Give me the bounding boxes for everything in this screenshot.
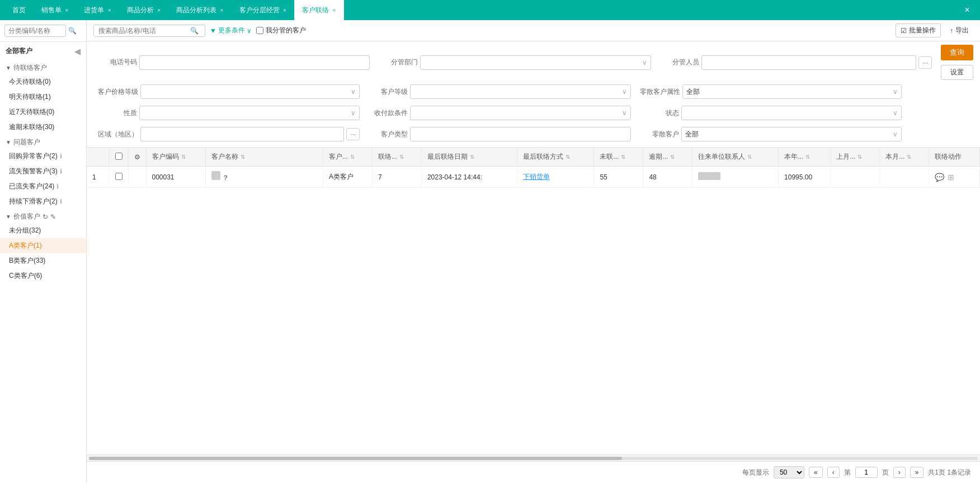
- customer-level-select[interactable]: ∨: [410, 84, 630, 99]
- more-filters-button[interactable]: ▼ 更多条件 ∨: [210, 26, 252, 35]
- export-button[interactable]: ↑ 导出: [945, 24, 973, 37]
- sidebar-item-repurchase-anomaly[interactable]: 回购异常客户(2) ℹ: [0, 149, 86, 164]
- main-search-input[interactable]: [98, 27, 188, 35]
- barcode-action-icon[interactable]: ⊞: [948, 173, 954, 182]
- payment-select[interactable]: ∨: [410, 106, 630, 120]
- total-info-label: 共1页 1条记录: [928, 468, 971, 477]
- nav-product-analysis-close[interactable]: ×: [157, 7, 161, 13]
- close-all-button[interactable]: ×: [959, 2, 976, 18]
- chat-action-icon[interactable]: 💬: [935, 173, 944, 182]
- sidebar-search-input[interactable]: [4, 25, 66, 37]
- info-icon-4: ℹ: [60, 198, 62, 205]
- sidebar-all-customers[interactable]: 全部客户 ◀: [0, 42, 86, 60]
- nav-sales[interactable]: 销售单 ×: [34, 0, 76, 20]
- nav-customer-contact[interactable]: 客户联络 ×: [294, 0, 343, 20]
- first-page-button[interactable]: «: [809, 467, 823, 478]
- sort-icon-unit[interactable]: ⇅: [747, 154, 752, 160]
- cell-actions: 💬 ⊞: [929, 167, 980, 188]
- sidebar-item-today[interactable]: 今天待联络(0): [0, 74, 86, 89]
- section-problem-customers[interactable]: ▼ 问题客户: [0, 135, 86, 149]
- page-number-input[interactable]: [855, 467, 878, 478]
- arrow-pending: ▼: [6, 65, 11, 71]
- manager-dots-button[interactable]: ···: [918, 56, 932, 69]
- nav-product-list[interactable]: 商品分析列表 ×: [168, 0, 231, 20]
- section-value-customers[interactable]: ▼ 价值客户 ↻ ✎: [0, 209, 86, 223]
- info-icon-1: ℹ: [60, 153, 62, 160]
- nav-product-analysis[interactable]: 商品分析 ×: [119, 0, 168, 20]
- sort-icon-method[interactable]: ⇅: [566, 154, 570, 160]
- data-table-container: ⚙ 客户编码⇅ 客户名称⇅ 客户...⇅ 联络...⇅: [87, 148, 980, 454]
- sort-icon-type[interactable]: ⇅: [350, 154, 355, 160]
- select-all-checkbox[interactable]: [115, 153, 123, 160]
- table-settings-icon[interactable]: ⚙: [134, 153, 140, 161]
- sort-icon-contact[interactable]: ⇅: [399, 154, 404, 160]
- sidebar-item-7days[interactable]: 近7天待联络(0): [0, 105, 86, 120]
- manager-input[interactable]: [701, 55, 916, 70]
- nav-product-list-close[interactable]: ×: [220, 7, 223, 13]
- table-row: 1 000031 ？ A类客户 7 2023-04-12 14:44:: [87, 167, 980, 188]
- sort-icon-name[interactable]: ⇅: [241, 154, 245, 160]
- phone-label: 电话号码: [98, 58, 137, 67]
- sidebar-item-declining[interactable]: 持续下滑客户(2) ℹ: [0, 194, 86, 209]
- nav-home[interactable]: 首页: [4, 0, 34, 20]
- dept-select[interactable]: ∨: [420, 55, 651, 70]
- next-page-button[interactable]: ›: [893, 467, 906, 478]
- nav-customer-segment-close[interactable]: ×: [283, 7, 286, 13]
- filter-cell-phone: 电话号码: [93, 53, 374, 72]
- scatter-attr-select[interactable]: 全部 ∨: [682, 84, 902, 99]
- batch-op-button[interactable]: ☑ 批量操作: [896, 23, 941, 37]
- sidebar-collapse-icon[interactable]: ◀: [74, 47, 81, 56]
- nav-customer-segment[interactable]: 客户分层经营 ×: [232, 0, 294, 20]
- nature-select[interactable]: ∨: [139, 106, 360, 120]
- nav-sales-close[interactable]: ×: [65, 7, 68, 13]
- settings-button[interactable]: 设置: [941, 65, 973, 80]
- nav-purchase-close[interactable]: ×: [107, 7, 111, 13]
- prev-page-button[interactable]: ‹: [827, 467, 840, 478]
- sidebar-item-class-b[interactable]: B类客户(33): [0, 253, 86, 268]
- customer-type-input[interactable]: [410, 127, 630, 141]
- my-customers-checkbox-label[interactable]: 我分管的客户: [256, 26, 306, 35]
- region-dots-button[interactable]: ···: [346, 128, 360, 140]
- my-customers-checkbox[interactable]: [256, 27, 263, 34]
- main-search-icon[interactable]: 🔍: [190, 27, 199, 35]
- sidebar-item-ungrouped[interactable]: 未分组(32): [0, 223, 86, 238]
- sort-icon-no-contact[interactable]: ⇅: [621, 154, 625, 160]
- scroll-thumb[interactable]: [89, 457, 622, 460]
- edit-icon[interactable]: ✎: [50, 213, 56, 221]
- sort-icon-year[interactable]: ⇅: [805, 154, 810, 160]
- sidebar-item-churned[interactable]: 已流失客户(24) ℹ: [0, 179, 86, 194]
- sidebar-item-class-a[interactable]: A类客户(1): [0, 238, 86, 253]
- filter-cell-dept: 分管部门 ∨: [374, 53, 655, 72]
- section-pending-contact[interactable]: ▼ 待联络客户: [0, 60, 86, 74]
- last-page-button[interactable]: »: [910, 467, 924, 478]
- region-input[interactable]: [140, 127, 344, 141]
- sort-icon-date[interactable]: ⇅: [470, 154, 474, 160]
- contact-method-link[interactable]: 下销货单: [523, 173, 550, 181]
- phone-input[interactable]: [139, 55, 370, 70]
- sidebar-item-class-c[interactable]: C类客户(6): [0, 268, 86, 283]
- nature-label: 性质: [98, 108, 137, 118]
- refresh-icon[interactable]: ↻: [43, 213, 48, 221]
- sort-icon-code[interactable]: ⇅: [181, 154, 186, 160]
- filter-cell-scatter: 零散客户 全部 ∨: [635, 125, 906, 144]
- nav-customer-contact-close[interactable]: ×: [332, 7, 336, 13]
- per-page-select[interactable]: 50 100 200: [774, 466, 804, 479]
- row-checkbox[interactable]: [115, 173, 123, 180]
- sort-icon-overdue[interactable]: ⇅: [670, 154, 675, 160]
- sort-icon-last-month[interactable]: ⇅: [858, 154, 862, 160]
- pagination-bar: 每页显示 50 100 200 « ‹ 第 页 › » 共1页 1条记录: [87, 461, 980, 483]
- main-layout: 🔍 全部客户 ◀ ▼ 待联络客户 今天待联络(0) 明天待联络(1) 近7天待联…: [0, 20, 980, 483]
- arrow-problem: ▼: [6, 139, 11, 145]
- horizontal-scrollbar[interactable]: [87, 454, 980, 461]
- sidebar-item-overdue[interactable]: 逾期未联络(30): [0, 120, 86, 135]
- sidebar-item-churn-warning[interactable]: 流失预警客户(3) ℹ: [0, 164, 86, 179]
- sidebar-item-tomorrow[interactable]: 明天待联络(1): [0, 89, 86, 105]
- status-select[interactable]: ∨: [681, 106, 902, 120]
- nav-purchase[interactable]: 进货单 ×: [76, 0, 119, 20]
- price-level-select[interactable]: ∨: [140, 84, 360, 99]
- sidebar-search-icon[interactable]: 🔍: [68, 27, 77, 35]
- sort-icon-this-month[interactable]: ⇅: [907, 154, 911, 160]
- scatter-select[interactable]: 全部 ∨: [681, 127, 902, 141]
- sidebar-search-area: 🔍: [0, 20, 86, 42]
- query-button[interactable]: 查询: [941, 45, 973, 60]
